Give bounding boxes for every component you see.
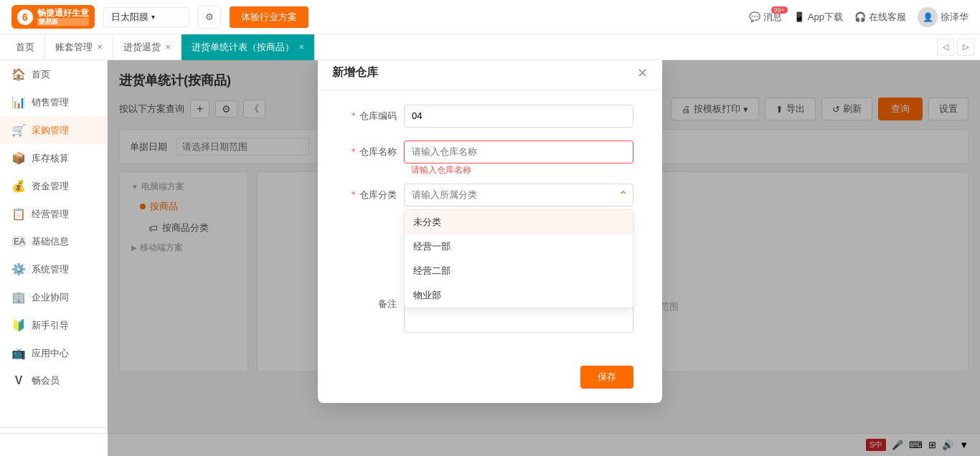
sidebar-item-appcenter[interactable]: 📺 应用中心 (0, 339, 107, 367)
name-field-row: * 仓库名称 请输入仓库名称 (347, 141, 633, 163)
tab-purchase-return[interactable]: 进货退货 ✕ (113, 34, 182, 60)
tab-close-purchase-return[interactable]: ✕ (165, 43, 171, 51)
tab-home[interactable]: 首页 (6, 34, 45, 60)
user-menu[interactable]: 👤 徐泽华 (918, 7, 969, 27)
sidebar-item-system[interactable]: ⚙️ 系统管理 (0, 255, 107, 283)
tab-purchase-stats[interactable]: 进货单统计表（按商品） ✕ (182, 34, 315, 60)
category-select-wrapper: ⌃ 未分类 经营一部 经营二部 物业部 (404, 184, 633, 206)
sidebar-item-finance[interactable]: 💰 资金管理 (0, 172, 107, 200)
top-header: 6 畅捷通好生意 捷易版 日太阳膜 ▾ ⚙ 体验行业方案 💬 消息 99+ 📱 … (0, 0, 980, 34)
dropdown-item-1[interactable]: 经营一部 (405, 234, 633, 259)
store-selector[interactable]: 日太阳膜 ▾ (103, 7, 189, 27)
modal-body: * 仓库编码 * 仓库名称 请输入仓库名称 (318, 90, 662, 360)
code-field-row: * 仓库编码 (347, 105, 633, 128)
purchase-stats-tab-label: 进货单统计表（按商品） (192, 41, 294, 54)
purchase-return-tab-label: 进货退货 (123, 41, 161, 54)
modal-footer: 保存 (318, 366, 662, 389)
code-label: * 仓库编码 (347, 105, 404, 128)
tab-prev-button[interactable]: ◁ (937, 39, 954, 56)
dropdown-item-2[interactable]: 经营二部 (405, 259, 633, 283)
phone-icon: 📱 (793, 11, 805, 22)
category-input[interactable] (404, 184, 633, 206)
tab-bar: 首页 账套管理 ✕ 进货退货 ✕ 进货单统计表（按商品） ✕ ◁ ▷ (0, 34, 980, 60)
sidebar-item-home[interactable]: 🏠 首页 (0, 60, 107, 88)
category-field-row: * 仓库分类 ⌃ 未分类 经营一部 经营二部 物业部 (347, 184, 633, 206)
header-right: 💬 消息 99+ 📱 App下载 🎧 在线客服 👤 徐泽华 (749, 7, 969, 27)
service-button[interactable]: 🎧 在线客服 (854, 11, 906, 24)
dropdown-item-3[interactable]: 物业部 (405, 283, 633, 308)
appcenter-icon: 📺 (11, 346, 26, 360)
modal-close-button[interactable]: ✕ (637, 65, 648, 81)
app-download-button[interactable]: 📱 App下载 (793, 11, 843, 24)
name-error-message: 请输入仓库名称 (411, 164, 471, 176)
sidebar: 🏠 首页 📊 销售管理 🛒 采购管理 📦 库存核算 💰 资金管理 📋 经营管理 … (0, 60, 108, 456)
avatar: 👤 (918, 7, 938, 27)
chevron-down-icon: ▾ (151, 13, 155, 21)
trial-button[interactable]: 体验行业方案 (230, 6, 308, 28)
home-icon: 🏠 (11, 67, 26, 81)
tab-next-button[interactable]: ▷ (957, 39, 974, 56)
new-warehouse-modal: 新增仓库 ✕ * 仓库编码 * (318, 60, 662, 403)
category-dropdown: 未分类 经营一部 经营二部 物业部 (404, 209, 633, 308)
basic-icon: EA (11, 236, 26, 247)
enterprise-icon: 🏢 (11, 290, 26, 304)
sidebar-item-newbie[interactable]: 🔰 新手引导 (0, 311, 107, 339)
system-icon: ⚙️ (11, 262, 26, 276)
account-tab-label: 账套管理 (55, 41, 93, 54)
tab-controls: ◁ ▷ (937, 39, 974, 56)
sidebar-item-sales[interactable]: 📊 销售管理 (0, 88, 107, 116)
save-button[interactable]: 保存 (580, 366, 633, 389)
headset-icon: 🎧 (854, 11, 866, 22)
modal-overlay: 新增仓库 ✕ * 仓库编码 * (108, 60, 980, 456)
dropdown-item-0[interactable]: 未分类 (405, 210, 633, 234)
name-input[interactable] (404, 141, 633, 163)
sales-icon: 📊 (11, 95, 26, 109)
code-input[interactable] (404, 105, 633, 128)
vip-icon: V (11, 374, 26, 387)
tab-close-purchase-stats[interactable]: ✕ (298, 43, 304, 51)
logo: 6 畅捷通好生意 捷易版 (11, 5, 95, 29)
sidebar-item-purchase[interactable]: 🛒 采购管理 (0, 116, 107, 144)
tab-close-account[interactable]: ✕ (97, 43, 103, 51)
modal-header: 新增仓库 ✕ (318, 60, 662, 90)
settings-button[interactable]: ⚙ (198, 6, 221, 29)
modal-title: 新增仓库 (332, 65, 378, 80)
tab-account[interactable]: 账套管理 ✕ (45, 34, 113, 60)
message-icon: 💬 (749, 11, 760, 22)
sidebar-item-vip[interactable]: V 畅会员 (0, 367, 107, 394)
operations-icon: 📋 (11, 207, 26, 221)
category-label: * 仓库分类 (347, 184, 404, 206)
sidebar-item-inventory[interactable]: 📦 库存核算 (0, 144, 107, 172)
content-area: 进货单统计(按商品) 按以下方案查询 + ⚙ 《 🖨 按模板打印 ▾ ⬆ 导出 (108, 60, 980, 456)
inventory-icon: 📦 (11, 151, 26, 165)
finance-icon: 💰 (11, 179, 26, 193)
newbie-icon: 🔰 (11, 318, 26, 332)
logo-icon: 6 (17, 9, 33, 25)
notes-label: 备注 (347, 293, 404, 315)
purchase-icon: 🛒 (11, 123, 26, 137)
main-layout: 🏠 首页 📊 销售管理 🛒 采购管理 📦 库存核算 💰 资金管理 📋 经营管理 … (0, 60, 980, 456)
sidebar-item-operations[interactable]: 📋 经营管理 (0, 200, 107, 228)
name-label: * 仓库名称 (347, 141, 404, 163)
logo-text: 畅捷通好生意 捷易版 (37, 8, 89, 26)
sidebar-item-enterprise[interactable]: 🏢 企业协同 (0, 283, 107, 311)
message-button[interactable]: 💬 消息 99+ (749, 11, 782, 24)
home-tab-label: 首页 (16, 41, 34, 54)
sidebar-item-basic[interactable]: EA 基础信息 (0, 228, 107, 255)
